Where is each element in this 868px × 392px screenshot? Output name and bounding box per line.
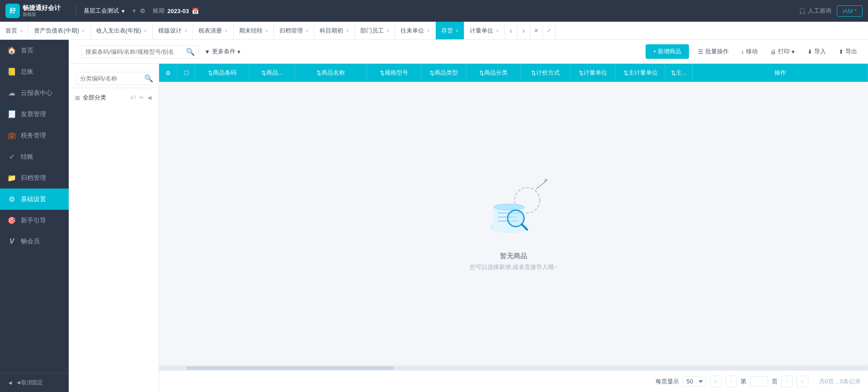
category-collapse-icon[interactable]: ◀ bbox=[146, 94, 152, 102]
tab-close-icon[interactable]: × bbox=[346, 28, 349, 33]
tab-科目期初[interactable]: 科目期初 × bbox=[314, 22, 354, 39]
tab-close-icon[interactable]: × bbox=[144, 28, 146, 33]
tab-label: 税表清册 bbox=[198, 27, 222, 35]
empty-title: 暂无商品 bbox=[500, 252, 527, 260]
sidebar-item-member[interactable]: V 畅会员 bbox=[0, 231, 69, 252]
tab-close-icon[interactable]: × bbox=[496, 28, 499, 33]
service-button[interactable]: 🎧 人工咨询 bbox=[799, 7, 831, 15]
tab-资产负债表[interactable]: 资产负债表(中期) × bbox=[28, 22, 90, 39]
th-type[interactable]: ⇅ 商品类型 bbox=[421, 64, 467, 82]
sidebar-item-settings[interactable]: ⚙ 基础设置 bbox=[0, 189, 69, 210]
logo-area: 好 畅捷通好会计 旗舰版 bbox=[5, 4, 72, 18]
th-name[interactable]: ⇅ 商品名称 bbox=[295, 64, 367, 82]
th-category[interactable]: ⇅ 商品分类 bbox=[467, 64, 521, 82]
tab-往来单位[interactable]: 往来单位 × bbox=[395, 22, 435, 39]
main-search-input[interactable] bbox=[85, 48, 183, 55]
horizontal-scrollbar[interactable] bbox=[159, 365, 868, 370]
th-settings[interactable]: ⚙ bbox=[159, 64, 177, 82]
import-button[interactable]: ⬇ 导入 bbox=[804, 46, 830, 57]
sidebar-item-cloud-report[interactable]: ☁ 云报表中心 bbox=[0, 82, 69, 104]
sidebar-label: 云报表中心 bbox=[21, 89, 52, 97]
export-label: 导出 bbox=[845, 47, 857, 56]
page-size-select[interactable]: 10 20 50 100 bbox=[683, 376, 706, 387]
prev-page-button[interactable]: ‹ bbox=[725, 376, 737, 387]
first-page-button[interactable]: « bbox=[710, 376, 722, 387]
headset-icon: 🎧 bbox=[799, 8, 806, 14]
th-unit[interactable]: ⇅ 计量单位 bbox=[571, 64, 616, 82]
add-company-icon[interactable]: + bbox=[132, 7, 136, 15]
scrollbar-track bbox=[159, 366, 868, 370]
tab-模版设计[interactable]: 模版设计 × bbox=[153, 22, 193, 39]
company-selector[interactable]: 基层工会测试 ▾ bbox=[80, 5, 128, 17]
last-page-button[interactable]: » bbox=[797, 376, 808, 387]
tab-存货[interactable]: 存货 × bbox=[436, 22, 464, 39]
export-button[interactable]: ⬆ 导出 bbox=[835, 46, 861, 57]
batch-label: 批量操作 bbox=[705, 47, 729, 56]
current-page-input[interactable]: 1 bbox=[750, 376, 768, 387]
th-barcode[interactable]: ⇅ 商品条码 bbox=[195, 64, 250, 82]
sidebar-item-archive[interactable]: 📁 归档管理 bbox=[0, 167, 69, 189]
th-price[interactable]: ⇅ 计价方式 bbox=[521, 64, 571, 82]
scrollbar-thumb[interactable] bbox=[186, 366, 394, 370]
category-edit-icon[interactable]: ✏ bbox=[138, 94, 145, 102]
th-extra-label: 主... bbox=[676, 69, 687, 77]
tab-expand[interactable]: ⤢ bbox=[543, 22, 556, 39]
main-search-box[interactable]: 🔍 bbox=[81, 45, 199, 58]
sidebar-item-guide[interactable]: 🎯 新手引导 bbox=[0, 210, 69, 231]
batch-button[interactable]: ☰ 批量操作 bbox=[694, 46, 732, 57]
more-filter-button[interactable]: ▼ 更多条件 ▾ bbox=[204, 47, 241, 56]
main-search-icon[interactable]: 🔍 bbox=[186, 47, 195, 56]
app-version: 旗舰版 bbox=[23, 11, 61, 18]
tab-close-icon[interactable]: × bbox=[387, 28, 389, 33]
tab-收入支出表[interactable]: 收入支出表(年报) × bbox=[91, 22, 153, 39]
category-search-box[interactable]: 🔍 bbox=[76, 72, 157, 85]
move-button[interactable]: ↕ 移动 bbox=[738, 46, 762, 57]
category-tag-icon[interactable]: 🏷 bbox=[129, 94, 137, 102]
tab-close-icon[interactable]: × bbox=[20, 28, 23, 33]
tab-close-icon[interactable]: × bbox=[225, 28, 227, 33]
sidebar-item-home[interactable]: 🏠 首页 bbox=[0, 40, 69, 61]
page-size-label: 每页显示 bbox=[656, 378, 679, 386]
tab-首页[interactable]: 首页 × bbox=[0, 22, 28, 39]
sidebar-item-tax[interactable]: 💼 税务管理 bbox=[0, 125, 69, 146]
settings-icon[interactable]: ⚙ bbox=[140, 7, 146, 14]
new-product-button[interactable]: + 新增商品 bbox=[646, 44, 689, 59]
tab-scroll-left[interactable]: ‹ bbox=[505, 22, 518, 39]
tab-close-icon[interactable]: × bbox=[265, 28, 268, 33]
print-button[interactable]: 🖨 打印 ▾ bbox=[767, 46, 798, 57]
sidebar-unpin[interactable]: ◄ ◄取消固定 bbox=[0, 373, 69, 392]
sidebar-item-invoice[interactable]: 🧾 发票管理 bbox=[0, 104, 69, 125]
th-code[interactable]: ⇅ 商品... bbox=[250, 64, 295, 82]
sidebar-item-close[interactable]: ✓ 结账 bbox=[0, 146, 69, 167]
sidebar-item-ledger[interactable]: 📒 总账 bbox=[0, 61, 69, 82]
tab-期末结转[interactable]: 期末结转 × bbox=[234, 22, 274, 39]
th-main-unit[interactable]: ⇅ 主计量单位 bbox=[616, 64, 665, 82]
tab-税表清册[interactable]: 税表清册 × bbox=[193, 22, 233, 39]
calendar-icon[interactable]: 📅 bbox=[192, 8, 199, 14]
tab-label: 模版设计 bbox=[158, 27, 182, 35]
content-area: 🔍 ▼ 更多条件 ▾ + 新增商品 ☰ 批量操作 ↕ 移动 🖨 打印 bbox=[69, 40, 868, 392]
th-action: 操作 bbox=[693, 64, 868, 82]
th-spec[interactable]: ⇅ 规格型号 bbox=[367, 64, 421, 82]
tab-close-icon[interactable]: × bbox=[82, 28, 85, 33]
tab-归档管理[interactable]: 归档管理 × bbox=[274, 22, 314, 39]
print-label: 打印 bbox=[778, 47, 790, 56]
tab-close-icon[interactable]: × bbox=[427, 28, 429, 33]
tab-close-icon[interactable]: × bbox=[456, 28, 458, 33]
category-search-input[interactable] bbox=[80, 75, 142, 82]
th-type-label: 商品类型 bbox=[434, 69, 458, 77]
next-page-button[interactable]: › bbox=[781, 376, 793, 387]
tab-close-icon[interactable]: × bbox=[184, 28, 187, 33]
print-icon: 🖨 bbox=[770, 48, 776, 55]
tab-close-all[interactable]: × bbox=[530, 22, 543, 39]
tab-计量单位[interactable]: 计量单位 × bbox=[464, 22, 505, 39]
tab-scroll-right[interactable]: › bbox=[518, 22, 530, 39]
account-button[interactable]: iAM * bbox=[837, 5, 863, 17]
tax-icon: 💼 bbox=[7, 131, 16, 140]
all-categories[interactable]: ⊞ 全部分类 🏷 ✏ ◀ bbox=[72, 92, 155, 104]
th-extra[interactable]: ⇅ 主... bbox=[665, 64, 693, 82]
category-search-icon[interactable]: 🔍 bbox=[144, 74, 153, 83]
tab-部门员工[interactable]: 部门员工 × bbox=[355, 22, 395, 39]
tab-close-icon[interactable]: × bbox=[306, 28, 308, 33]
th-checkbox[interactable]: ☐ bbox=[177, 64, 195, 82]
